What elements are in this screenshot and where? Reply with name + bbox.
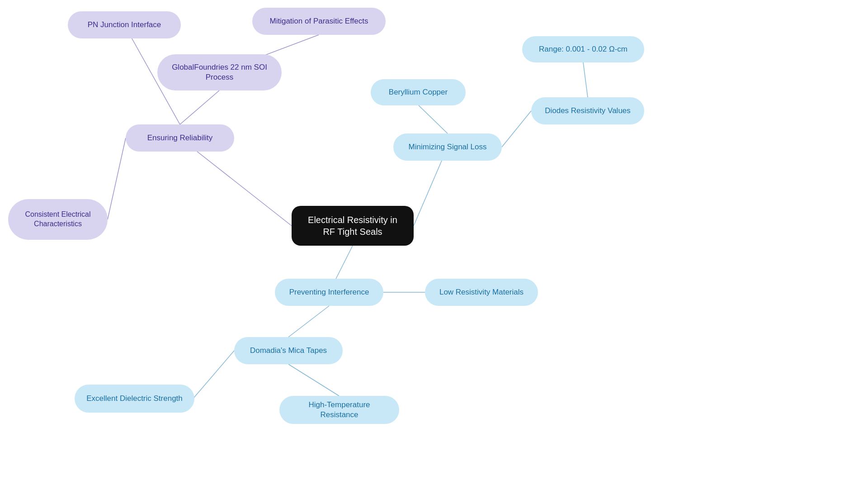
svg-line-4 — [108, 138, 126, 219]
ensuring-reliability-node: Ensuring Reliability — [126, 124, 234, 152]
svg-line-7 — [502, 111, 531, 147]
center-node: Electrical Resistivity in RF Tight Seals — [292, 206, 414, 246]
diodes-resistivity-node: Diodes Resistivity Values — [531, 97, 644, 124]
connection-lines — [0, 0, 868, 490]
mitigation-parasitic-node: Mitigation of Parasitic Effects — [252, 8, 386, 35]
svg-line-6 — [418, 105, 448, 133]
minimizing-signal-loss-node: Minimizing Signal Loss — [393, 133, 502, 161]
beryllium-copper-node: Beryllium Copper — [371, 79, 466, 105]
pn-junction-node: PN Junction Interface — [68, 11, 181, 38]
excellent-dielectric-node: Excellent Dielectric Strength — [75, 385, 194, 413]
svg-line-12 — [193, 351, 234, 398]
svg-line-11 — [288, 306, 329, 337]
preventing-interference-node: Preventing Interference — [275, 279, 383, 306]
low-resistivity-node: Low Resistivity Materials — [425, 279, 538, 306]
consistent-electrical-node: Consistent Electrical Characteristics — [8, 199, 108, 240]
svg-line-8 — [583, 62, 588, 97]
range-node: Range: 0.001 - 0.02 Ω-cm — [522, 36, 644, 62]
global-foundries-node: GlobalFoundries 22 nm SOI Process — [157, 54, 282, 90]
domadias-mica-tapes-node: Domadia's Mica Tapes — [234, 337, 343, 364]
svg-line-2 — [180, 90, 219, 124]
svg-line-13 — [288, 364, 339, 396]
high-temperature-node: High-Temperature Resistance — [279, 396, 399, 424]
